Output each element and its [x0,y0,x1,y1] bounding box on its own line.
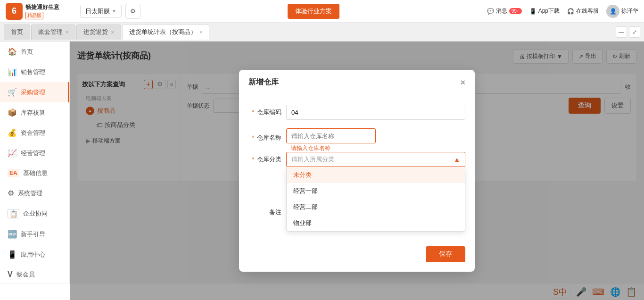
dropdown-item-1[interactable]: 经营一部 [287,183,465,199]
content-area: 进货单统计(按商品) 🖨 按模板打印 ▼ ↗ 导出 ↻ 刷新 [70,42,644,300]
name-error-msg: 请输入仓库名称 [291,144,330,152]
message-btn[interactable]: 💬 消息 99+ [487,7,522,15]
sidebar-item-appcenter[interactable]: 📱 应用中心 [0,244,69,265]
dropdown-item-2[interactable]: 经营二部 [287,199,465,215]
tab-accounts[interactable]: 账套管理 × [31,25,75,40]
chevron-down-icon: ▼ [112,8,116,14]
code-label: * 仓库编码 [248,105,286,117]
category-dropdown: 未分类 经营一部 经营二部 物业部 [286,167,465,232]
message-icon: 💬 [487,8,494,15]
form-row-code: * 仓库编码 [248,105,465,120]
guide-icon: 🆕 [8,230,17,239]
tab-close-purchase-stats[interactable]: × [199,29,202,35]
message-badge: 99+ [509,8,522,14]
modal-overlay[interactable]: 新增仓库 × * 仓库编码 [70,42,644,300]
home-icon: 🏠 [8,47,17,56]
dropdown-item-0[interactable]: 未分类 [287,167,465,183]
sidebar-item-guide[interactable]: 🆕 新手引导 [0,224,69,244]
form-row-name: * 仓库名称 请输入仓库名称 [248,128,465,143]
purchase-icon: 🛒 [8,88,17,97]
headset-icon: 🎧 [567,8,574,15]
member-icon: V [8,270,13,279]
system-icon: ⚙ [8,189,14,198]
tab-close-accounts[interactable]: × [66,29,68,35]
gear-icon: ⚙ [130,8,136,15]
dropdown-item-3[interactable]: 物业部 [287,215,465,231]
experience-btn[interactable]: 体验行业方案 [288,4,339,19]
sidebar-item-basic[interactable]: EA 基础信息 [0,163,69,183]
sidebar-item-purchase[interactable]: 🛒 采购管理 [0,82,69,102]
modal-body: * 仓库编码 * 仓库名称 [239,95,475,241]
name-input[interactable] [286,128,376,143]
tab-purchase-return[interactable]: 进货退货 × [76,25,121,40]
phone-icon: 📱 [529,8,537,15]
header-right: 💬 消息 99+ 📱 App下载 🎧 在线客服 👤 徐泽华 [487,5,638,18]
sidebar-item-home[interactable]: 🏠 首页 [0,42,69,62]
sidebar-item-enterprise[interactable]: 📋 企业协同 [0,203,69,224]
sidebar-item-system[interactable]: ⚙ 系统管理 [0,183,69,203]
top-header: 6 畅捷通好生意 精品版 日太阳膜 ▼ ⚙ 体验行业方案 💬 消息 99+ 📱 … [0,0,644,23]
sidebar-item-member[interactable]: V 畅会员 [0,265,69,284]
tab-bar: 首页 账套管理 × 进货退货 × 进货单统计表（按商品） × — ⤢ [0,23,644,42]
enterprise-icon: 📋 [8,209,19,218]
save-btn[interactable]: 保存 [426,246,465,262]
inventory-icon: 📦 [8,108,17,117]
sidebar-item-sales[interactable]: 📊 销售管理 [0,62,69,82]
category-label: * 仓库分类 [248,152,286,164]
finance-icon: 💰 [8,128,17,137]
sidebar-item-operations[interactable]: 📈 经营管理 [0,143,69,163]
appcenter-icon: 📱 [8,250,17,259]
app-logo-icon: 6 [6,3,23,20]
tab-actions: — ⤢ [616,26,640,38]
logo-text: 畅捷通好生意 精品版 [25,3,59,19]
new-warehouse-modal: 新增仓库 × * 仓库编码 [239,70,475,272]
sales-icon: 📊 [8,67,17,76]
modal-close-btn[interactable]: × [460,78,465,87]
tab-home[interactable]: 首页 [4,25,30,40]
online-service-btn[interactable]: 🎧 在线客服 [567,7,599,15]
modal-title: 新增仓库 [248,77,279,87]
operations-icon: 📈 [8,149,17,158]
tab-close-purchase-return[interactable]: × [111,29,114,35]
settings-icon-btn[interactable]: ⚙ [125,4,140,19]
remark-label: 备注 [248,205,286,217]
name-label: * 仓库名称 [248,130,286,142]
tab-purchase-stats[interactable]: 进货单统计表（按商品） × [122,25,209,40]
basic-icon: EA [8,169,19,177]
app-download-btn[interactable]: 📱 App下载 [529,7,560,15]
sidebar-item-inventory[interactable]: 📦 库存核算 [0,102,69,123]
modal-footer: 保存 [239,241,475,272]
modal-header: 新增仓库 × [239,70,475,95]
store-selector[interactable]: 日太阳膜 ▼ [80,5,122,18]
code-input[interactable] [286,105,465,120]
sidebar-item-finance[interactable]: 💰 资金管理 [0,123,69,143]
form-row-category: * 仓库分类 请输入所属分类 ▲ 未分类 经营一部 经营二部 物业部 [248,152,465,167]
chevron-up-icon: ▲ [454,156,460,163]
header-center: 体验行业方案 [140,4,487,19]
avatar: 👤 [606,5,619,18]
main-layout: 🏠 首页 📊 销售管理 🛒 采购管理 📦 库存核算 💰 资金管理 📈 经营管理 … [0,42,644,300]
tab-minimize-btn[interactable]: — [616,26,627,38]
sidebar: 🏠 首页 📊 销售管理 🛒 采购管理 📦 库存核算 💰 资金管理 📈 经营管理 … [0,42,70,300]
user-menu[interactable]: 👤 徐泽华 [606,5,638,18]
category-select[interactable]: 请输入所属分类 ▲ [286,152,465,167]
tab-maximize-btn[interactable]: ⤢ [629,26,640,38]
logo-area: 6 畅捷通好生意 精品版 [6,3,75,20]
